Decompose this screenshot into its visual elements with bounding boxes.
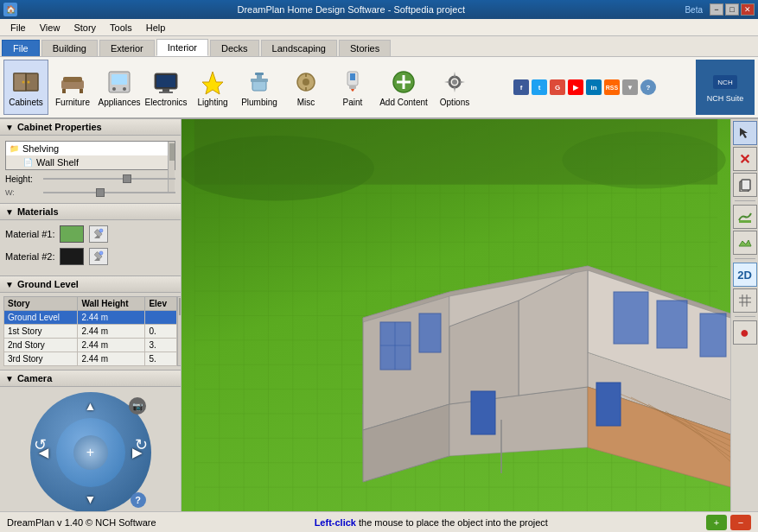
menu-view[interactable]: View: [33, 21, 67, 35]
svg-point-4: [28, 80, 30, 83]
ground-level-header[interactable]: ▼ Ground Level: [0, 276, 181, 293]
menu-help[interactable]: Help: [139, 21, 173, 35]
tab-landscaping[interactable]: Landscaping: [261, 40, 337, 56]
materials-header[interactable]: ▼ Materials: [0, 204, 181, 220]
material1-eyedropper[interactable]: [89, 225, 108, 243]
social-google[interactable]: G: [550, 79, 565, 95]
maximize-button[interactable]: □: [725, 3, 739, 16]
social-rss[interactable]: RSS: [604, 79, 620, 95]
height-slider[interactable]: [43, 174, 175, 184]
status-zoom-area: + −: [706, 515, 751, 530]
camera-up[interactable]: ▲: [80, 396, 101, 416]
camera-center-button[interactable]: +: [73, 435, 108, 470]
tab-decks[interactable]: Decks: [210, 40, 259, 56]
close-button[interactable]: ✕: [741, 3, 755, 16]
wh-ground: 2.44 m: [78, 311, 145, 325]
wall-shelf-label: Wall Shelf: [36, 157, 79, 168]
table-row[interactable]: 3rd Story 2.44 m 5.: [4, 352, 177, 366]
ribbon-cabinets[interactable]: Cabinets: [3, 60, 48, 115]
camera-header[interactable]: ▼ Camera: [0, 370, 181, 387]
tab-stories[interactable]: Stories: [339, 40, 391, 56]
lighting-label: Lighting: [197, 98, 227, 107]
svg-rect-10: [111, 74, 127, 85]
tab-building[interactable]: Building: [41, 40, 98, 56]
material2-eyedropper[interactable]: [89, 248, 108, 265]
social-facebook[interactable]: f: [513, 79, 529, 95]
rt-landscape-button[interactable]: [733, 205, 757, 229]
camera-left[interactable]: ◀: [34, 442, 54, 463]
ribbon-electronics[interactable]: Electronics: [143, 60, 188, 115]
material2-swatch[interactable]: [60, 248, 84, 265]
svg-rect-8: [80, 89, 83, 93]
table-row[interactable]: 2nd Story 2.44 m 3.: [4, 339, 177, 352]
ribbon-appliances[interactable]: Appliances: [97, 60, 142, 115]
add-content-icon: [390, 68, 417, 96]
rt-2d-button[interactable]: 2D: [733, 263, 757, 287]
svg-rect-6: [63, 77, 82, 82]
ribbon-lighting[interactable]: Lighting: [190, 60, 235, 115]
rt-copy-button[interactable]: [733, 173, 757, 197]
height-label: Height:: [5, 174, 40, 184]
tree-item-shelving[interactable]: 📁 Shelving: [6, 142, 175, 155]
rt-marker-button[interactable]: ●: [733, 320, 757, 345]
nch-suite-button[interactable]: NCH NCH Suite: [696, 60, 755, 115]
rt-cursor-button[interactable]: [733, 121, 757, 145]
tab-file[interactable]: File: [2, 40, 40, 56]
ribbon-plumbing[interactable]: Plumbing: [237, 60, 282, 115]
version-label: DreamPlan v 1.40 © NCH Software: [7, 517, 156, 528]
camera-help-icon[interactable]: ?: [131, 492, 146, 508]
col-elev: Elev: [145, 297, 177, 311]
appliances-icon: [105, 68, 133, 96]
menu-file[interactable]: File: [3, 21, 33, 35]
table-row[interactable]: Ground Level 2.44 m: [4, 311, 177, 325]
materials-section: ▼ Materials Material #1: Material #2:: [0, 204, 181, 276]
wh-2nd: 2.44 m: [78, 339, 145, 352]
house-model: [346, 197, 730, 491]
tree-item-wall-shelf[interactable]: 📄 Wall Shelf: [6, 155, 175, 169]
table-row[interactable]: 1st Story 2.44 m 0.: [4, 325, 177, 339]
zoom-out-indicator[interactable]: −: [730, 515, 751, 530]
tab-interior[interactable]: Interior: [156, 39, 208, 56]
social-dropdown[interactable]: ▼: [622, 79, 638, 95]
social-linkedin[interactable]: in: [586, 79, 602, 95]
3d-viewport[interactable]: [182, 119, 730, 511]
wh-3rd: 2.44 m: [78, 352, 145, 366]
cabinet-properties-header[interactable]: ▼ Cabinet Properties: [0, 119, 181, 136]
social-youtube[interactable]: ▶: [568, 79, 583, 95]
rt-grid-button[interactable]: [733, 288, 757, 313]
rt-delete-button[interactable]: ✕: [733, 147, 757, 171]
ribbon-options[interactable]: Options: [432, 60, 477, 115]
camera-right[interactable]: ▶: [127, 442, 148, 463]
story-1st: 1st Story: [4, 325, 78, 339]
electronics-label: Electronics: [145, 98, 188, 107]
menu-story[interactable]: Story: [67, 21, 103, 35]
ribbon-add-content[interactable]: Add Content: [377, 60, 430, 115]
ribbon-social-area: f t G ▶ in RSS ▼ ?: [513, 79, 659, 95]
story-ground: Ground Level: [4, 311, 78, 325]
camera-down[interactable]: ▼: [80, 489, 101, 510]
menu-bar: File View Story Tools Help: [0, 19, 758, 36]
hint-text: the mouse to place the object into the p…: [359, 517, 548, 528]
social-twitter[interactable]: t: [532, 79, 547, 95]
ribbon-misc[interactable]: Misc: [283, 60, 328, 115]
misc-icon: [292, 68, 320, 96]
elev-1st: 0.: [145, 325, 177, 339]
menu-tools[interactable]: Tools: [103, 21, 139, 35]
cabinet-tree: 📁 Shelving 📄 Wall Shelf: [5, 141, 175, 170]
ribbon-paint[interactable]: Paint: [330, 60, 375, 115]
cabinets-label: Cabinets: [9, 98, 42, 107]
add-content-label: Add Content: [379, 98, 428, 107]
lighting-icon: [199, 68, 226, 96]
material1-swatch[interactable]: [60, 225, 84, 243]
camera-screenshot[interactable]: 📷: [129, 397, 146, 415]
width-slider[interactable]: [43, 187, 175, 198]
options-icon: [441, 68, 468, 96]
minimize-button[interactable]: −: [710, 3, 723, 16]
ground-level-content: Story Wall Height Elev Ground Level 2.44…: [0, 293, 181, 370]
material2-row: Material #2:: [5, 248, 175, 265]
zoom-in-indicator[interactable]: +: [706, 515, 727, 530]
help-button[interactable]: ?: [640, 79, 656, 95]
ribbon-furniture[interactable]: Furniture: [50, 60, 95, 115]
tab-exterior[interactable]: Exterior: [99, 40, 155, 56]
rt-terrain-button[interactable]: [733, 231, 757, 255]
